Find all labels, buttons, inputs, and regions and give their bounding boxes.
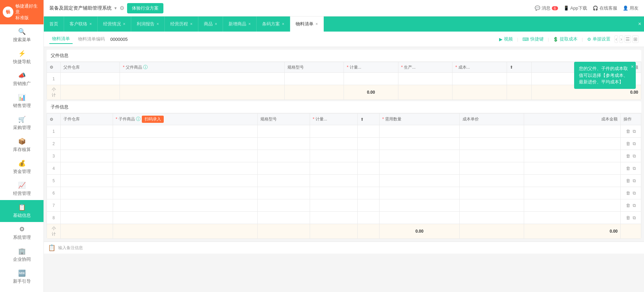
child-spec-cell[interactable] [258,150,310,162]
child-spec-cell[interactable] [258,125,310,138]
child-spec-cell[interactable] [258,175,310,187]
child-cost-amount-cell[interactable] [524,138,621,150]
child-unit-cell[interactable] [310,175,357,187]
sidebar-item-marketing[interactable]: 📣 营销推广 [0,68,44,90]
child-unit-price-cell[interactable] [460,150,524,162]
nav-tab-close-icon[interactable]: × [190,22,193,26]
child-unit-price-cell[interactable] [460,125,524,138]
delete-icon[interactable]: 🗑 [626,141,630,146]
prev-arrow[interactable]: ‹ [615,35,618,43]
child-product-cell[interactable] [113,199,258,212]
nav-tab-customer[interactable]: 客户联络 × [64,16,98,32]
delete-icon[interactable]: 🗑 [626,178,630,183]
sidebar-item-operation[interactable]: 📈 经营管理 [0,178,44,200]
delete-icon[interactable]: 🗑 [626,166,630,171]
nav-tab-close-icon[interactable]: × [157,22,159,26]
delete-icon[interactable]: 🗑 [626,215,630,220]
nav-tab-operation-status[interactable]: 经营情况 × [98,16,131,32]
nav-tab-close-icon[interactable]: × [123,22,125,26]
delete-icon[interactable]: 🗑 [626,153,630,159]
copy-icon[interactable]: ⧉ [633,203,636,208]
child-cost-amount-cell[interactable] [524,212,621,224]
nav-tab-home[interactable]: 首页 [44,16,64,32]
parent-col-settings[interactable]: ⚙ [47,62,61,73]
nav-tab-history[interactable]: 经营历程 × [165,16,198,32]
child-spec-cell[interactable] [258,199,310,212]
sidebar-item-search[interactable]: 🔍 搜索菜单 [0,24,44,46]
child-unit-cell[interactable] [310,138,357,150]
copy-icon[interactable]: ⧉ [633,178,636,183]
settings-icon[interactable]: ⚙ [120,5,124,11]
child-product-cell[interactable] [113,138,258,150]
sidebar-item-quick-nav[interactable]: ⚡ 快捷导航 [0,46,44,68]
close-all-tabs-button[interactable]: × [635,21,644,27]
user-menu[interactable]: 👤 用友 [623,5,639,11]
copy-icon[interactable]: ⧉ [633,129,636,134]
child-spec-cell[interactable] [258,162,310,175]
child-product-cell[interactable] [113,187,258,199]
copy-icon[interactable]: ⧉ [633,153,636,159]
sidebar-item-guide[interactable]: 🆕 新手引导 [0,266,44,288]
shortcut-action[interactable]: ⌨ 快捷键 [522,36,544,42]
child-unit-price-cell[interactable] [460,175,524,187]
child-unit-price-cell[interactable] [460,199,524,212]
sidebar-item-purchase[interactable]: 🛒 采购管理 [0,112,44,134]
child-warehouse-cell[interactable] [61,187,113,199]
parent-cost-cell[interactable] [453,73,507,85]
sidebar-item-enterprise[interactable]: 🏢 企业协同 [0,244,44,266]
message-button[interactable]: 💬 消息 6 [535,5,558,11]
child-product-cell[interactable] [113,212,258,224]
child-unit-cell[interactable] [310,150,357,162]
extract-cost-action[interactable]: 💲 提取成本 [553,36,578,42]
child-warehouse-cell[interactable] [61,125,113,138]
child-qty-cell[interactable] [379,162,460,175]
delete-icon[interactable]: 🗑 [626,129,630,134]
copy-icon[interactable]: ⧉ [633,190,636,196]
child-warehouse-cell[interactable] [61,150,113,162]
parent-product-cell[interactable] [120,73,284,85]
parent-warehouse-cell[interactable] [61,73,120,85]
nav-tab-profit[interactable]: 利润报告 × [131,16,165,32]
child-unit-price-cell[interactable] [460,138,524,150]
child-unit-cell[interactable] [310,212,357,224]
single-settings-action[interactable]: ⚙ 单据设置 [587,36,610,42]
child-product-cell[interactable] [113,125,258,138]
child-cost-amount-cell[interactable] [524,175,621,187]
child-product-cell[interactable] [113,175,258,187]
parent-production-cell[interactable] [398,73,453,85]
child-warehouse-cell[interactable] [61,138,113,150]
child-cost-amount-cell[interactable] [524,187,621,199]
next-arrow[interactable]: › [619,35,623,43]
child-cost-amount-cell[interactable] [524,150,621,162]
child-qty-cell[interactable] [379,199,460,212]
nav-tab-barcode[interactable]: 条码方案 × [257,16,290,32]
child-warehouse-cell[interactable] [61,162,113,175]
view-action[interactable]: ▶ 视频 [499,36,513,42]
child-spec-cell[interactable] [258,187,310,199]
copy-icon[interactable]: ⧉ [633,215,636,220]
child-qty-cell[interactable] [379,125,460,138]
child-unit-price-cell[interactable] [460,162,524,175]
parent-unit-cell[interactable] [344,73,398,85]
app-download-button[interactable]: 📱 App下载 [564,5,587,11]
child-qty-cell[interactable] [379,138,460,150]
nav-tab-close-icon[interactable]: × [215,22,217,26]
child-cost-amount-cell[interactable] [524,199,621,212]
child-unit-cell[interactable] [310,187,357,199]
child-unit-cell[interactable] [310,125,357,138]
child-warehouse-cell[interactable] [61,175,113,187]
sidebar-item-system[interactable]: ⚙ 系统管理 [0,222,44,244]
child-qty-cell[interactable] [379,212,460,224]
copy-icon[interactable]: ⧉ [633,166,636,171]
nav-tab-close-icon[interactable]: × [89,22,92,26]
menu-icon[interactable]: ☰ [624,35,631,43]
child-product-cell[interactable] [113,150,258,162]
child-unit-cell[interactable] [310,199,357,212]
nav-tab-bom[interactable]: 物料清单 × [290,16,324,32]
child-qty-cell[interactable] [379,150,460,162]
nav-tab-close-icon[interactable]: × [282,22,284,26]
delete-icon[interactable]: 🗑 [626,190,630,196]
child-qty-cell[interactable] [379,187,460,199]
scan-button[interactable]: 扫码录入 [142,116,164,123]
page-tab-bom[interactable]: 物料清单 [49,34,73,44]
